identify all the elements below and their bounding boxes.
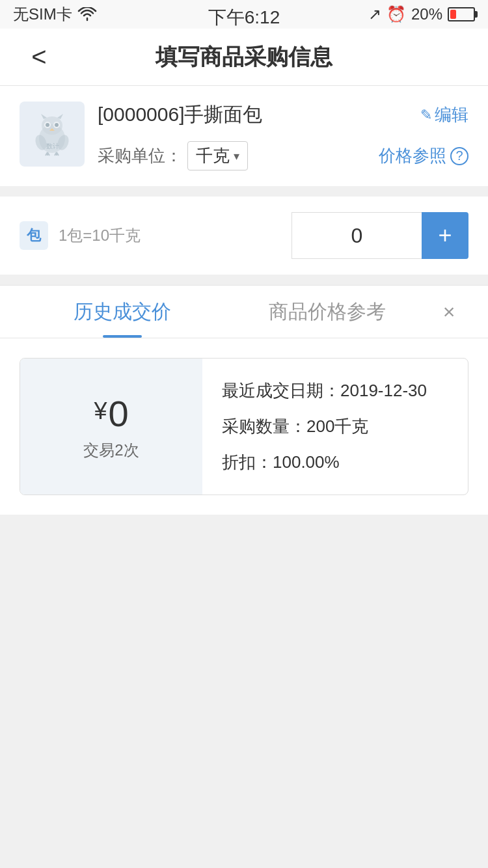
- quantity-plus-button[interactable]: +: [422, 212, 468, 259]
- product-unit-row: 采购单位： 千克 ▾ 价格参照 ?: [98, 141, 468, 170]
- status-bar: 无SIM卡 下午6:12 ↗ ⏰ 20%: [0, 0, 488, 29]
- product-full-name: [0000006]手撕面包: [98, 102, 262, 128]
- price-card-right: 最近成交日期：2019-12-30 采购数量：200千克 折扣：100.00%: [202, 359, 468, 495]
- price-display: ¥ 0: [94, 392, 128, 435]
- svg-text:数计: 数计: [46, 142, 59, 150]
- battery-icon: [448, 7, 475, 21]
- history-price-content: ¥ 0 交易2次 最近成交日期：2019-12-30 采购数量：200千克 折扣…: [0, 338, 488, 515]
- tab-history-price[interactable]: 历史成交价: [20, 286, 224, 338]
- unit-badge: 包: [20, 221, 48, 250]
- battery-percent: 20%: [411, 5, 442, 23]
- unit-info: 包 1包=10千克: [20, 221, 141, 250]
- price-currency-symbol: ¥: [94, 398, 107, 425]
- status-time: 下午6:12: [208, 5, 280, 30]
- product-name-row: [0000006]手撕面包 ✎ 编辑: [98, 102, 468, 128]
- edit-button[interactable]: ✎ 编辑: [420, 103, 468, 126]
- tab-product-price-reference[interactable]: 商品价格参考: [224, 286, 429, 338]
- edit-label: 编辑: [435, 103, 468, 126]
- unit-select-dropdown[interactable]: 千克 ▾: [187, 141, 248, 170]
- tabs-section: 历史成交价 商品价格参考 × ¥ 0 交易2次 最近成交日期：2019-12-3…: [0, 285, 488, 515]
- nav-bar: < 填写商品采购信息: [0, 29, 488, 86]
- back-button[interactable]: <: [20, 38, 59, 77]
- status-right: ↗ ⏰ 20%: [368, 5, 475, 23]
- product-thumbnail: 数计: [20, 102, 85, 167]
- battery-fill: [450, 10, 456, 19]
- status-left: 无SIM卡: [13, 4, 97, 25]
- product-info: [0000006]手撕面包 ✎ 编辑 采购单位： 千克 ▾ 价格参照 ?: [98, 102, 468, 170]
- quantity-section: 包 1包=10千克 0 +: [0, 197, 488, 275]
- price-detail-quantity: 采购数量：200千克: [222, 414, 448, 439]
- price-detail-date: 最近成交日期：2019-12-30: [222, 378, 448, 403]
- product-section: 数计 [0000006]手撕面包 ✎ 编辑 采购单位： 千克 ▾ 价格参照 ?: [0, 86, 488, 186]
- quantity-controls: 0 +: [291, 212, 468, 259]
- edit-icon: ✎: [420, 107, 432, 124]
- page-title: 填写商品采购信息: [156, 42, 332, 72]
- price-detail-discount: 折扣：100.00%: [222, 450, 448, 475]
- chevron-down-icon: ▾: [234, 149, 239, 163]
- unit-label: 采购单位： 千克 ▾: [98, 141, 248, 170]
- unit-select-value: 千克: [196, 144, 230, 167]
- tabs-header: 历史成交价 商品价格参考 ×: [0, 286, 488, 338]
- alarm-icon: ⏰: [386, 5, 406, 23]
- section-divider: [0, 186, 488, 197]
- price-trade-count: 交易2次: [83, 440, 139, 461]
- tab-close-button[interactable]: ×: [429, 292, 468, 331]
- price-card: ¥ 0 交易2次 最近成交日期：2019-12-30 采购数量：200千克 折扣…: [20, 358, 468, 495]
- quantity-value: 0: [351, 224, 363, 248]
- price-amount-value: 0: [108, 392, 128, 435]
- unit-conversion-text: 1包=10千克: [59, 225, 141, 246]
- svg-point-6: [46, 123, 49, 127]
- svg-point-7: [55, 123, 59, 127]
- question-circle-icon: ?: [450, 147, 468, 165]
- wifi-icon: [77, 7, 97, 21]
- product-image-owl: 数计: [29, 111, 75, 157]
- location-icon: ↗: [368, 5, 381, 23]
- quantity-input[interactable]: 0: [291, 212, 422, 259]
- price-reference-button[interactable]: 价格参照 ?: [379, 144, 468, 167]
- price-card-left: ¥ 0 交易2次: [20, 359, 202, 495]
- carrier-text: 无SIM卡: [13, 4, 72, 25]
- price-ref-label: 价格参照: [379, 144, 446, 167]
